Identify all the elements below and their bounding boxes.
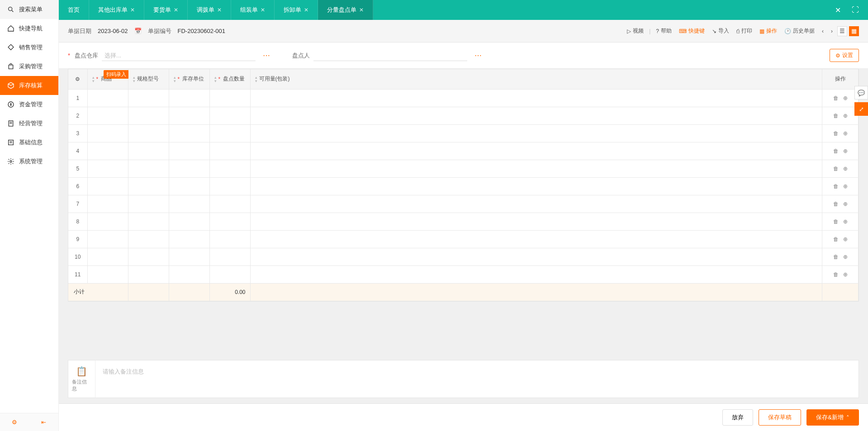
close-icon[interactable]: ✕ bbox=[130, 7, 135, 13]
cell-spec[interactable] bbox=[128, 107, 169, 124]
cell-qty[interactable] bbox=[209, 265, 250, 283]
tab-disassembly[interactable]: 拆卸单✕ bbox=[275, 0, 318, 20]
cell-spec[interactable] bbox=[128, 230, 169, 248]
cell-unit[interactable] bbox=[169, 107, 209, 124]
cell-available[interactable] bbox=[250, 230, 822, 248]
delete-row-icon[interactable]: 🗑 bbox=[833, 148, 839, 154]
sidebar-item-system[interactable]: 系统管理 bbox=[0, 152, 58, 171]
cell-qty[interactable] bbox=[209, 107, 250, 124]
add-row-icon[interactable]: ⊕ bbox=[843, 95, 848, 101]
history-action[interactable]: 🕑历史单据 bbox=[782, 25, 817, 37]
col-available[interactable]: ▴▾可用量(包装) bbox=[250, 69, 822, 89]
cell-qty[interactable] bbox=[209, 248, 250, 265]
cell-unit[interactable] bbox=[169, 248, 209, 265]
add-row-icon[interactable]: ⊕ bbox=[843, 148, 848, 154]
cell-qty[interactable] bbox=[209, 160, 250, 177]
fullscreen-btn[interactable]: ⛶ bbox=[848, 3, 863, 17]
add-row-icon[interactable]: ⊕ bbox=[843, 183, 848, 189]
delete-row-icon[interactable]: 🗑 bbox=[833, 236, 839, 242]
delete-row-icon[interactable]: 🗑 bbox=[833, 166, 839, 172]
operator-more-btn[interactable]: ⋯ bbox=[471, 51, 486, 60]
operator-input[interactable] bbox=[313, 50, 467, 61]
view-grid-btn[interactable]: ▦ bbox=[849, 26, 859, 36]
add-row-icon[interactable]: ⊕ bbox=[843, 130, 848, 137]
cell-available[interactable] bbox=[250, 213, 822, 230]
table-row[interactable]: 3 🗑 ⊕ bbox=[68, 124, 859, 142]
add-row-icon[interactable]: ⊕ bbox=[843, 271, 848, 278]
table-row[interactable]: 9 🗑 ⊕ bbox=[68, 230, 859, 248]
cell-available[interactable] bbox=[250, 177, 822, 195]
add-row-icon[interactable]: ⊕ bbox=[843, 201, 848, 207]
close-icon[interactable]: ✕ bbox=[261, 7, 265, 13]
delete-row-icon[interactable]: 🗑 bbox=[833, 254, 839, 260]
cell-qty[interactable] bbox=[209, 230, 250, 248]
sidebar-item-nav[interactable]: 快捷导航 bbox=[0, 19, 58, 38]
cell-qty[interactable] bbox=[209, 195, 250, 213]
cell-spec[interactable] bbox=[128, 177, 169, 195]
sort-icon[interactable]: ▴▾ bbox=[174, 76, 176, 83]
table-row[interactable]: 4 🗑 ⊕ bbox=[68, 142, 859, 160]
sidebar-item-business[interactable]: 经营管理 bbox=[0, 114, 58, 133]
sidebar-item-finance[interactable]: 资金管理 bbox=[0, 95, 58, 114]
cell-product[interactable] bbox=[87, 230, 128, 248]
cell-spec[interactable] bbox=[128, 213, 169, 230]
add-row-icon[interactable]: ⊕ bbox=[843, 254, 848, 260]
cell-spec[interactable] bbox=[128, 265, 169, 283]
close-icon[interactable]: ✕ bbox=[217, 7, 222, 13]
col-unit[interactable]: ▴▾*库存单位 bbox=[169, 69, 209, 89]
help-action[interactable]: ?帮助 bbox=[653, 25, 674, 37]
cell-product[interactable] bbox=[87, 107, 128, 124]
cell-qty[interactable] bbox=[209, 89, 250, 107]
print-action[interactable]: ⎙打印 bbox=[734, 25, 755, 37]
view-list-btn[interactable]: ☰ bbox=[837, 26, 847, 36]
cell-product[interactable] bbox=[87, 265, 128, 283]
cell-unit[interactable] bbox=[169, 142, 209, 160]
cell-unit[interactable] bbox=[169, 195, 209, 213]
cell-available[interactable] bbox=[250, 89, 822, 107]
float-expand-btn[interactable]: ⤢ bbox=[854, 102, 868, 116]
warehouse-more-btn[interactable]: ⋯ bbox=[259, 51, 274, 60]
cell-available[interactable] bbox=[250, 107, 822, 124]
sort-icon[interactable]: ▴▾ bbox=[133, 76, 135, 83]
col-qty[interactable]: ▴▾*盘点数量 bbox=[209, 69, 250, 89]
col-spec[interactable]: ▴▾规格型号 bbox=[128, 69, 169, 89]
cell-spec[interactable] bbox=[128, 248, 169, 265]
table-row[interactable]: 1 🗑 ⊕ bbox=[68, 89, 859, 107]
delete-row-icon[interactable]: 🗑 bbox=[833, 95, 839, 101]
cell-product[interactable] bbox=[87, 195, 128, 213]
tab-requisition[interactable]: 要货单✕ bbox=[144, 0, 188, 20]
video-action[interactable]: ▷视频 bbox=[624, 25, 646, 37]
close-icon[interactable]: ✕ bbox=[174, 7, 178, 13]
sort-icon[interactable]: ▴▾ bbox=[214, 76, 217, 83]
delete-row-icon[interactable]: 🗑 bbox=[833, 183, 839, 189]
cell-qty[interactable] bbox=[209, 124, 250, 142]
table-row[interactable]: 11 🗑 ⊕ bbox=[68, 265, 859, 283]
cell-available[interactable] bbox=[250, 265, 822, 283]
cell-available[interactable] bbox=[250, 195, 822, 213]
add-row-icon[interactable]: ⊕ bbox=[843, 166, 848, 172]
col-settings[interactable]: ⚙ bbox=[68, 69, 87, 89]
cell-spec[interactable] bbox=[128, 124, 169, 142]
table-row[interactable]: 10 🗑 ⊕ bbox=[68, 248, 859, 265]
cell-product[interactable] bbox=[87, 177, 128, 195]
cell-unit[interactable] bbox=[169, 213, 209, 230]
cell-available[interactable] bbox=[250, 248, 822, 265]
table-row[interactable]: 8 🗑 ⊕ bbox=[68, 213, 859, 230]
warehouse-input[interactable] bbox=[102, 50, 256, 61]
delete-row-icon[interactable]: 🗑 bbox=[833, 113, 839, 119]
table-row[interactable]: 7 🗑 ⊕ bbox=[68, 195, 859, 213]
cell-product[interactable] bbox=[87, 160, 128, 177]
remark-input[interactable] bbox=[95, 360, 859, 398]
cell-unit[interactable] bbox=[169, 177, 209, 195]
cell-product[interactable] bbox=[87, 89, 128, 107]
sidebar-item-sales[interactable]: 销售管理 bbox=[0, 38, 58, 57]
cell-unit[interactable] bbox=[169, 265, 209, 283]
tab-assembly[interactable]: 组装单✕ bbox=[231, 0, 275, 20]
cell-qty[interactable] bbox=[209, 177, 250, 195]
cell-unit[interactable] bbox=[169, 160, 209, 177]
table-row[interactable]: 5 🗑 ⊕ bbox=[68, 160, 859, 177]
sidebar-item-purchase[interactable]: 采购管理 bbox=[0, 57, 58, 76]
cell-unit[interactable] bbox=[169, 89, 209, 107]
tab-home[interactable]: 首页 bbox=[59, 0, 89, 20]
cell-qty[interactable] bbox=[209, 213, 250, 230]
